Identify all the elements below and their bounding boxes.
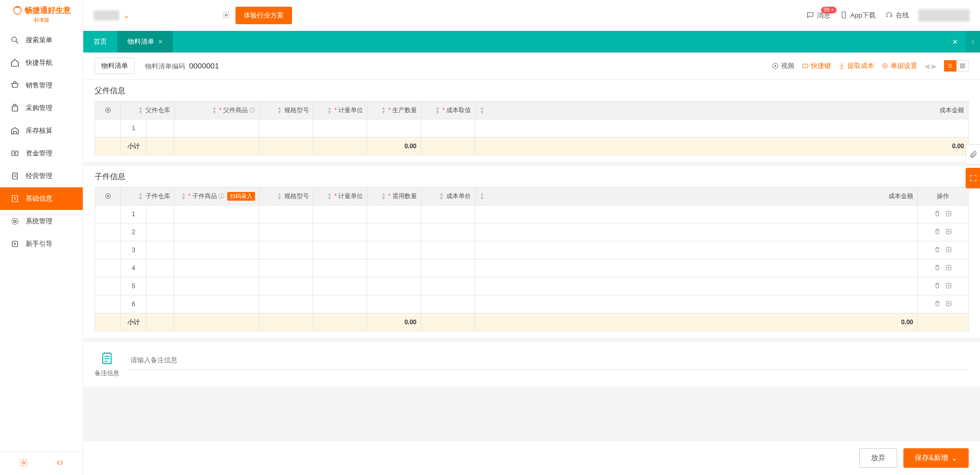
tab-bom[interactable]: 物料清单 × [117, 31, 173, 52]
close-all-tabs-button[interactable]: ✕ [945, 38, 966, 46]
prev-record-button[interactable]: ◀ [924, 62, 930, 70]
help-icon[interactable]: ⓘ [219, 192, 224, 200]
child-row[interactable]: 1 [95, 205, 968, 223]
add-row-button[interactable] [945, 228, 952, 237]
menu-business[interactable]: 经营管理 [0, 165, 83, 187]
col-parent-spec[interactable]: ▲▼规格型号 [260, 101, 314, 119]
delete-row-button[interactable] [934, 264, 941, 273]
col-child-unitcost[interactable]: ▲▼成本单价 [422, 187, 476, 205]
col-child-warehouse[interactable]: ▲▼子件仓库 [121, 187, 175, 205]
col-child-spec[interactable]: ▲▼规格型号 [260, 187, 314, 205]
col-settings-button[interactable] [95, 101, 121, 119]
close-icon[interactable]: × [158, 38, 162, 46]
menu-search[interactable]: 搜索菜单 [0, 29, 83, 51]
child-row[interactable]: 4 [95, 259, 968, 277]
col-settings-button[interactable] [95, 187, 121, 205]
scan-input-button[interactable]: 扫码录入 [227, 192, 255, 201]
menu-basic-info[interactable]: 基础信息 [0, 187, 83, 210]
add-row-button[interactable] [945, 282, 952, 291]
org-selector[interactable]: ⌄ [94, 10, 217, 21]
add-row-button[interactable] [945, 246, 952, 255]
col-parent-warehouse[interactable]: ▲▼父件仓库 [121, 101, 175, 119]
save-new-label: 保存&新增 [915, 453, 948, 463]
tabs-bar: 首页 物料清单 × ✕ [83, 31, 980, 52]
bag-icon [10, 103, 20, 113]
col-parent-product[interactable]: ▲▼*父件商品ⓘ [175, 101, 260, 119]
brand-name: 畅捷通好生意 [25, 6, 71, 15]
svg-rect-6 [12, 196, 18, 202]
form-type-tab[interactable]: 物料清单 [95, 58, 135, 74]
delete-row-button[interactable] [934, 282, 941, 291]
col-parent-costamount[interactable]: ▲▼成本金额 [476, 101, 968, 119]
remark-input[interactable] [129, 351, 969, 370]
add-row-button[interactable] [945, 210, 952, 219]
subtotal-qty: 0.00 [367, 313, 421, 331]
cta-button[interactable]: 体验行业方案 [235, 7, 292, 24]
settings-button[interactable] [19, 458, 28, 469]
collapse-button[interactable] [55, 458, 64, 469]
child-row[interactable]: 6 [95, 295, 968, 313]
user-avatar-redacted[interactable] [918, 9, 970, 22]
menu-finance[interactable]: 资金管理 [0, 142, 83, 165]
shortcut-link[interactable]: 快捷键 [802, 61, 831, 71]
view-grid-button[interactable] [956, 60, 969, 72]
next-record-button[interactable]: ▶ [932, 62, 937, 70]
delete-row-button[interactable] [934, 210, 941, 219]
online-support-button[interactable]: 在线 [885, 11, 909, 21]
delete-row-button[interactable] [934, 246, 941, 255]
menu-inventory[interactable]: 库存核算 [0, 119, 83, 142]
col-child-costamount[interactable]: ▲▼成本金额 [476, 187, 918, 205]
tab-home[interactable]: 首页 [83, 31, 117, 52]
menu-label: 搜索菜单 [26, 36, 52, 45]
app-download-label: App下载 [850, 11, 876, 20]
col-child-product[interactable]: ▲▼*子件商品ⓘ扫码录入 [175, 187, 260, 205]
child-row[interactable]: 2 [95, 223, 968, 241]
attachment-button[interactable] [966, 144, 980, 165]
menu-sales[interactable]: 销售管理 [0, 74, 83, 97]
child-row[interactable]: 3 [95, 241, 968, 259]
brand-edition: 标准版 [8, 16, 75, 24]
floating-actions [966, 144, 980, 188]
svg-point-21 [107, 109, 109, 111]
menu-guide[interactable]: 新手引导 [0, 233, 83, 255]
video-link[interactable]: 视频 [772, 61, 794, 71]
guide-icon [10, 239, 20, 249]
messages-button[interactable]: 消息 99 + [806, 11, 830, 21]
online-label: 在线 [896, 11, 909, 20]
app-download-button[interactable]: App下载 [840, 11, 876, 21]
help-icon[interactable]: ⓘ [249, 107, 255, 114]
view-list-button[interactable] [944, 60, 956, 72]
child-row[interactable]: 5 [95, 277, 968, 295]
footer-bar: 放弃 保存&新增 ⌄ [83, 441, 980, 475]
col-child-unit[interactable]: ▲▼*计量单位 [314, 187, 368, 205]
delete-row-button[interactable] [934, 300, 941, 309]
money-icon [10, 149, 20, 158]
org-settings-button[interactable] [222, 11, 230, 21]
menu-label: 快捷导航 [26, 58, 52, 67]
fullscreen-button[interactable] [966, 168, 980, 188]
menu-quick-nav[interactable]: 快捷导航 [0, 51, 83, 74]
delete-row-button[interactable] [934, 228, 941, 237]
row-index: 6 [121, 295, 147, 313]
doc-settings-link[interactable]: 单据设置 [881, 61, 917, 71]
svg-rect-5 [13, 173, 17, 179]
discard-button[interactable]: 放弃 [859, 448, 897, 468]
row-index: 1 [121, 205, 147, 223]
menu-purchase[interactable]: 采购管理 [0, 97, 83, 119]
extract-cost-link[interactable]: 提取成本 [838, 61, 874, 71]
form-code-value: 0000001 [189, 61, 219, 70]
parent-table: ▲▼父件仓库 ▲▼*父件商品ⓘ ▲▼规格型号 ▲▼*计量单位 ▲▼*生产数量 ▲… [95, 101, 969, 155]
add-row-button[interactable] [945, 300, 952, 309]
parent-row[interactable]: 1 [95, 119, 968, 137]
col-parent-costvalue[interactable]: ▲▼*成本取值 [422, 101, 476, 119]
svg-rect-18 [963, 64, 965, 65]
form-header: 物料清单 物料清单编码 0000001 视频 快捷键 提取成本 单据设置 ◀ ▶ [83, 52, 980, 80]
tabs-more-button[interactable] [966, 31, 980, 52]
col-parent-unit[interactable]: ▲▼*计量单位 [314, 101, 368, 119]
col-parent-qty[interactable]: ▲▼*生产数量 [368, 101, 422, 119]
svg-point-4 [14, 152, 16, 154]
save-new-button[interactable]: 保存&新增 ⌄ [903, 448, 969, 468]
add-row-button[interactable] [945, 264, 952, 273]
menu-system[interactable]: 系统管理 [0, 210, 83, 233]
col-child-qty[interactable]: ▲▼*需用数量 [368, 187, 422, 205]
